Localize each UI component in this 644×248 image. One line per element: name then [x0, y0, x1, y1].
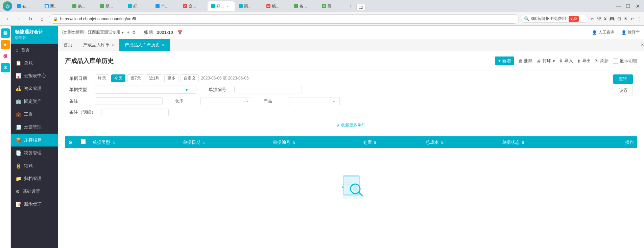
- type-select[interactable]: ▾ ···: [95, 86, 196, 94]
- tab-5[interactable]: 好...: [124, 1, 151, 11]
- product-dots-icon[interactable]: ···: [333, 98, 337, 104]
- detail-remark-input[interactable]: [101, 109, 169, 116]
- add-company-button[interactable]: +: [127, 30, 129, 35]
- tab-close-8[interactable]: ×: [226, 4, 229, 8]
- tab-list-close[interactable]: ×: [112, 43, 114, 47]
- tab-history-close[interactable]: ×: [162, 43, 164, 47]
- tab-label-12: 目...: [327, 3, 335, 9]
- col-date[interactable]: 单据日期 ⇅: [180, 136, 270, 148]
- app-icon-star[interactable]: ★: [1, 40, 10, 49]
- sidebar-item-tax[interactable]: 📑 税务管理: [11, 146, 58, 159]
- period-calendar-icon[interactable]: 📅: [177, 30, 183, 35]
- tab-1[interactable]: 在...: [14, 1, 41, 11]
- sidebar-item-new-voucher[interactable]: 📝 新增凭证: [11, 198, 58, 211]
- col-number[interactable]: 单据编号 ⇅: [269, 136, 360, 148]
- breadcrumb-home[interactable]: 首页: [58, 39, 78, 51]
- tab-7[interactable]: C 企...: [180, 1, 207, 11]
- sidebar-item-archive[interactable]: 📁 归档管理: [11, 172, 58, 185]
- product-select[interactable]: ···: [289, 97, 340, 105]
- col-status[interactable]: 单据状态 ⇅: [499, 136, 589, 148]
- tab-10[interactable]: M 畅...: [263, 1, 290, 11]
- sidebar-item-funds[interactable]: 💰 资金管理: [11, 82, 58, 95]
- tab-2[interactable]: 📄 新...: [41, 1, 68, 11]
- scissors-icon[interactable]: ✂: [591, 16, 594, 21]
- import-button[interactable]: ⬇ 导入: [559, 58, 573, 64]
- filter-settings-button[interactable]: 设置: [614, 86, 633, 95]
- maximize-button[interactable]: ❐: [624, 2, 632, 10]
- search-box[interactable]: 🔍 360智能抠图免费用 热搜: [521, 15, 589, 23]
- tab-11[interactable]: 各...: [291, 1, 318, 11]
- app-icon-weibo[interactable]: 微: [1, 51, 10, 61]
- date-btn-yesterday[interactable]: 昨天: [95, 74, 109, 82]
- tab-8[interactable]: 好... ×: [208, 1, 235, 11]
- sidebar-item-inventory[interactable]: 📦 库存核算: [11, 134, 58, 146]
- col-gear-button[interactable]: ⚙: [68, 140, 73, 145]
- undo-icon[interactable]: ↩: [630, 16, 634, 21]
- tab-count-badge[interactable]: 12: [356, 4, 365, 11]
- date-btn-1month[interactable]: 近1月: [146, 74, 163, 82]
- print-button[interactable]: 🖨 打印 ▾: [537, 58, 555, 64]
- export-button[interactable]: ⬆ 导出: [577, 58, 591, 64]
- sidebar-item-reports[interactable]: 📊 云报表中心: [11, 69, 58, 82]
- page-title: 产成品入库单历史: [65, 57, 495, 65]
- col-type[interactable]: 单据类型 ⇅: [89, 136, 180, 148]
- col-checkbox[interactable]: [77, 136, 89, 148]
- tab-history-page[interactable]: 产成品入库单历史 ×: [119, 39, 170, 51]
- refresh-button[interactable]: ↻ 刷新: [595, 58, 609, 64]
- tab-list-page[interactable]: 产成品入库单 ×: [78, 39, 119, 51]
- query-button[interactable]: 查询: [613, 74, 633, 84]
- app-icon-mail[interactable]: ✉: [1, 63, 10, 72]
- collapse-button[interactable]: ∧ 收起更多条件: [69, 122, 633, 128]
- tab-12[interactable]: S 目...: [318, 1, 345, 11]
- sidebar-item-general-ledger[interactable]: 📋 总账: [11, 57, 58, 69]
- company-selector[interactable]: (勿删勿禁用）江西服宝测试专用 ▾ + ⚙: [62, 29, 136, 35]
- forward-button[interactable]: ›: [14, 14, 24, 24]
- add-button[interactable]: + 新增: [495, 57, 514, 65]
- refresh-button[interactable]: ↻: [26, 14, 35, 24]
- col-total-cost[interactable]: 总成本 ⇅: [422, 136, 499, 148]
- game-icon[interactable]: 🎮: [609, 16, 615, 21]
- sidebar-item-fixed-assets[interactable]: 🏢 固定资产: [11, 95, 58, 108]
- col-warehouse[interactable]: 仓库 ⇅: [360, 136, 423, 148]
- tab-4[interactable]: 易...: [97, 1, 124, 11]
- close-button[interactable]: ✕: [634, 2, 641, 10]
- address-box[interactable]: 🔒 https://cloud.chanjet.com/accounting/u…: [49, 14, 519, 24]
- app-icon-chanjet[interactable]: 畅: [1, 28, 10, 38]
- user-info[interactable]: 👤 徐泽华: [621, 29, 640, 35]
- date-btn-today[interactable]: 今天: [111, 74, 125, 82]
- tab-3[interactable]: 易...: [69, 1, 96, 11]
- sidebar-item-settlement[interactable]: 🔒 结账: [11, 159, 58, 172]
- sidebar-item-basic-settings[interactable]: ⚙ 基础设置: [11, 185, 58, 198]
- date-btn-more[interactable]: 更多: [164, 74, 178, 82]
- home-button[interactable]: ⌂: [37, 14, 47, 24]
- delete-button[interactable]: 🗑 删除: [518, 58, 533, 64]
- sidebar-item-payroll[interactable]: 💼 工资: [11, 108, 58, 121]
- translate-icon[interactable]: 译: [597, 16, 601, 22]
- settings-company-icon[interactable]: ⚙: [132, 30, 136, 35]
- col-gear[interactable]: ⚙: [65, 136, 77, 148]
- type-dots-icon[interactable]: ···: [189, 87, 193, 92]
- menu-icon[interactable]: ⋮: [637, 16, 641, 21]
- human-service-button[interactable]: 👤 人工咨询: [592, 29, 615, 35]
- tab-9[interactable]: 腾...: [235, 1, 262, 11]
- minimize-button[interactable]: —: [615, 2, 622, 10]
- sidebar-item-invoice[interactable]: 🧾 发票管理: [11, 121, 58, 134]
- show-details-toggle[interactable]: 显示明细: [613, 58, 637, 64]
- date-btn-custom[interactable]: 自定义: [181, 74, 199, 82]
- theme-icon[interactable]: ☀: [624, 16, 628, 21]
- new-tab-button[interactable]: +: [346, 1, 356, 11]
- sidebar-item-home[interactable]: ⌂ 首页: [11, 44, 58, 57]
- back-button[interactable]: ‹: [3, 14, 12, 24]
- select-all-checkbox[interactable]: [80, 139, 86, 144]
- home-icon: ⌂: [16, 47, 18, 53]
- show-details-checkbox[interactable]: [613, 58, 618, 64]
- warehouse-dots-icon[interactable]: ···: [244, 98, 248, 104]
- warehouse-select[interactable]: ···: [200, 97, 251, 105]
- currency-icon[interactable]: ¥: [604, 16, 606, 21]
- grid-icon[interactable]: ⊞: [617, 16, 621, 21]
- remark-input[interactable]: [95, 97, 163, 105]
- number-input[interactable]: [234, 86, 302, 93]
- panel-close-button[interactable]: ×: [641, 42, 644, 48]
- tab-6[interactable]: 个...: [152, 1, 179, 11]
- date-btn-7days[interactable]: 近7天: [127, 74, 144, 82]
